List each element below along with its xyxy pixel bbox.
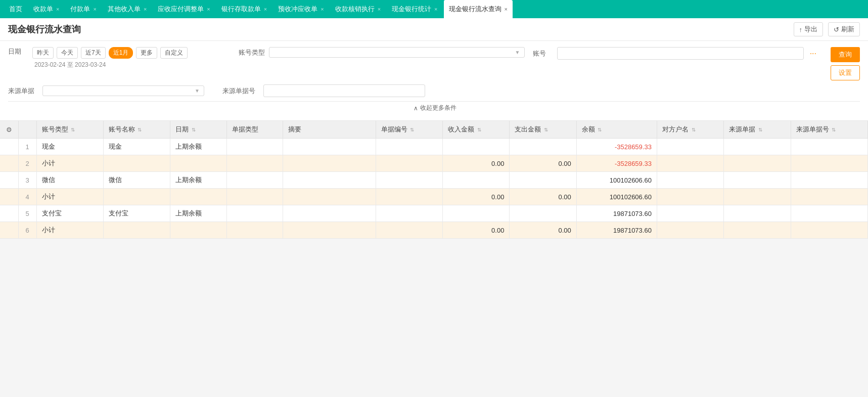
date-more[interactable]: 更多 — [136, 47, 157, 59]
td-account-name: 微信 — [103, 172, 170, 189]
close-icon[interactable]: × — [56, 6, 59, 12]
query-button[interactable]: 查询 — [831, 47, 860, 62]
th-source-doc[interactable]: 来源单据 ⇅ — [724, 121, 791, 139]
table-row: 4 小计 0.00 0.00 100102606.60 — [0, 189, 868, 205]
td-date — [170, 189, 227, 205]
th-account-type[interactable]: 账号类型 ⇅ — [36, 121, 103, 139]
settings-button[interactable]: 设置 — [831, 65, 860, 80]
date-custom[interactable]: 自定义 — [160, 47, 188, 59]
nav-cash-stats[interactable]: 现金银行统计 × — [387, 0, 442, 18]
td-counterparty — [657, 222, 723, 239]
td-counterparty — [657, 205, 723, 222]
td-settings — [0, 172, 18, 189]
th-date[interactable]: 日期 ⇅ — [170, 121, 227, 139]
td-settings — [0, 205, 18, 222]
td-source-doc-num — [791, 189, 867, 205]
date-label: 日期 — [8, 47, 28, 56]
td-num: 1 — [18, 139, 36, 155]
th-source-doc-num[interactable]: 来源单据号 ⇅ — [791, 121, 867, 139]
th-num — [18, 121, 36, 139]
td-income — [443, 139, 510, 155]
refresh-button[interactable]: ↺ 刷新 — [828, 22, 860, 36]
td-expense — [510, 139, 576, 155]
nav-verify[interactable]: 收款核销执行 × — [330, 0, 386, 18]
td-source-doc — [724, 205, 791, 222]
td-expense — [510, 205, 576, 222]
th-settings[interactable]: ⚙ — [0, 121, 18, 139]
td-settings — [0, 189, 18, 205]
export-icon: ↑ — [799, 26, 803, 33]
td-doc-type — [226, 189, 283, 205]
td-balance: 19871073.60 — [576, 222, 657, 239]
th-doc-number[interactable]: 单据编号 ⇅ — [376, 121, 442, 139]
account-input[interactable] — [557, 47, 804, 60]
nav-prepay[interactable]: 预收冲应收单 × — [273, 0, 329, 18]
td-summary — [283, 222, 376, 239]
chevron-down-icon: ▼ — [515, 50, 520, 55]
close-icon[interactable]: × — [144, 6, 147, 12]
td-balance: -3528659.33 — [576, 139, 657, 155]
td-settings — [0, 155, 18, 172]
export-button[interactable]: ↑ 导出 — [794, 22, 824, 36]
th-expense[interactable]: 支出金额 ⇅ — [510, 121, 576, 139]
table-row: 1 现金 现金 上期余额 -3528659.33 — [0, 139, 868, 155]
date-1month[interactable]: 近1月 — [109, 47, 133, 59]
table-row: 6 小计 0.00 0.00 19871073.60 — [0, 222, 868, 239]
source-doc-label: 来源单据 — [8, 86, 34, 96]
date-today[interactable]: 今天 — [57, 47, 78, 59]
table-row: 5 支付宝 支付宝 上期余额 19871073.60 — [0, 205, 868, 222]
collapse-up-icon: ∧ — [414, 105, 418, 112]
page-header: 现金银行流水查询 ↑ 导出 ↺ 刷新 — [0, 18, 868, 41]
dots-icon[interactable]: ··· — [808, 49, 818, 58]
close-icon[interactable]: × — [378, 6, 381, 12]
nav-bank-deposit[interactable]: 银行存取款单 × — [216, 0, 272, 18]
close-icon[interactable]: × — [93, 6, 96, 12]
account-type-select[interactable]: ▼ — [269, 47, 525, 58]
table-row: 2 小计 0.00 0.00 -3528659.33 — [0, 155, 868, 172]
nav-other-income[interactable]: 其他收入单 × — [103, 0, 152, 18]
td-income — [443, 172, 510, 189]
td-expense — [510, 172, 576, 189]
td-source-doc — [724, 189, 791, 205]
td-doc-type — [226, 139, 283, 155]
nav-cash-flow[interactable]: 现金银行流水查询 × — [444, 0, 513, 18]
td-settings — [0, 222, 18, 239]
td-account-name — [103, 155, 170, 172]
nav-payment[interactable]: 付款单 × — [65, 0, 101, 18]
source-doc-select[interactable]: ▼ — [42, 85, 204, 96]
td-expense: 0.00 — [510, 155, 576, 172]
td-doc-type — [226, 205, 283, 222]
td-summary — [283, 205, 376, 222]
th-balance[interactable]: 余额 ⇅ — [576, 121, 657, 139]
table-body: 1 现金 现金 上期余额 -3528659.33 2 小计 0.00 0.00 … — [0, 139, 868, 239]
nav-receipt[interactable]: 收款单 × — [28, 0, 64, 18]
date-yesterday[interactable]: 昨天 — [32, 47, 54, 59]
table-container: ⚙ 账号类型 ⇅ 账号名称 ⇅ 日期 ⇅ 单据类型 摘要 单据编号 ⇅ 收入金额… — [0, 121, 868, 239]
close-icon[interactable]: × — [207, 6, 210, 12]
nav-home[interactable]: 首页 — [4, 0, 27, 18]
top-nav: 首页 收款单 × 付款单 × 其他收入单 × 应收应付调整单 × 银行存取款单 … — [0, 0, 868, 18]
td-doc-number — [376, 189, 442, 205]
close-icon[interactable]: × — [321, 6, 324, 12]
td-source-doc — [724, 172, 791, 189]
td-counterparty — [657, 139, 723, 155]
close-icon[interactable]: × — [505, 6, 508, 12]
td-account-name: 支付宝 — [103, 205, 170, 222]
source-doc-num-input[interactable] — [263, 84, 425, 97]
td-summary — [283, 189, 376, 205]
td-source-doc-num — [791, 172, 867, 189]
collapse-bar[interactable]: ∧ 收起更多条件 — [8, 101, 860, 114]
close-icon[interactable]: × — [434, 6, 437, 12]
th-income[interactable]: 收入金额 ⇅ — [443, 121, 510, 139]
th-counterparty[interactable]: 对方户名 ⇅ — [657, 121, 723, 139]
refresh-icon: ↺ — [834, 26, 839, 33]
nav-adjust[interactable]: 应收应付调整单 × — [153, 0, 215, 18]
th-account-name[interactable]: 账号名称 ⇅ — [103, 121, 170, 139]
td-num: 3 — [18, 172, 36, 189]
td-account-type: 支付宝 — [36, 205, 103, 222]
td-num: 2 — [18, 155, 36, 172]
td-source-doc — [724, 155, 791, 172]
close-icon[interactable]: × — [264, 6, 267, 12]
date-7days[interactable]: 近7天 — [81, 47, 106, 59]
td-doc-type — [226, 172, 283, 189]
